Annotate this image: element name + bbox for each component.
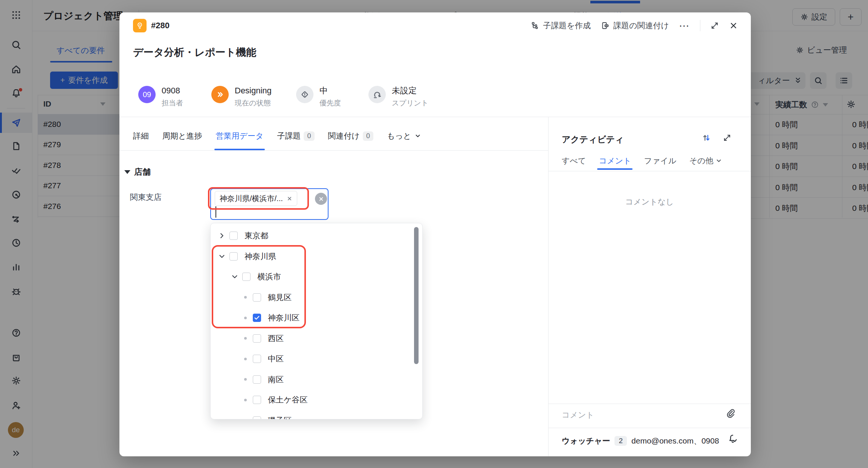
- priority-field[interactable]: 中 優先度: [296, 86, 341, 108]
- location-tree-dropdown: 東京都神奈川県横浜市鶴見区神奈川区西区中区南区保土ケ谷区磯子区: [210, 223, 423, 419]
- checkbox-横浜市[interactable]: [242, 273, 251, 281]
- activity-tab-label: ファイル: [644, 155, 676, 166]
- paperclip-icon: [725, 408, 736, 418]
- activity-tab-その他[interactable]: その他: [689, 154, 722, 168]
- comment-input[interactable]: コメント: [562, 410, 594, 420]
- issue-tab-label: 関連付け: [328, 131, 360, 141]
- section-store[interactable]: 店舗: [124, 166, 151, 178]
- checkbox-保土ケ谷区[interactable]: [253, 396, 261, 404]
- checkbox-南区[interactable]: [253, 375, 261, 384]
- assignee-label: 担当者: [162, 98, 183, 108]
- chevron-down-icon[interactable]: [217, 252, 226, 261]
- tree-item-label: 神奈川区: [268, 313, 300, 323]
- leaf-bullet-icon: [244, 337, 247, 340]
- section-divider: [119, 117, 751, 117]
- watch-toggle-button[interactable]: [727, 433, 738, 444]
- sprint-icon: [368, 86, 386, 103]
- app-screen: de プロジェクト管理 プロジェクト ・ 「test」のコピー 概要ガントスプリ…: [0, 0, 868, 468]
- assignee-value: 0908: [162, 86, 183, 96]
- tree-item-東京都[interactable]: 東京都: [211, 226, 422, 246]
- checkbox-中区[interactable]: [253, 355, 261, 363]
- active-tab-underline: [597, 168, 633, 170]
- watchers-top-border: [548, 428, 751, 428]
- chevron-down-icon[interactable]: [230, 272, 239, 281]
- issue-tab-子課題[interactable]: 子課題0: [277, 128, 314, 144]
- tree-item-磯子区[interactable]: 磯子区: [211, 410, 422, 420]
- selected-location-tag[interactable]: 神奈川県/横浜市/...: [215, 191, 297, 206]
- priority-icon: [296, 86, 313, 103]
- checkbox-神奈川区[interactable]: [253, 314, 261, 322]
- leaf-bullet-icon: [244, 296, 247, 299]
- attach-file-button[interactable]: [725, 408, 736, 418]
- issue-tab-label: 営業用データ: [216, 131, 264, 141]
- assignee-field[interactable]: 09 0908 担当者: [138, 86, 183, 108]
- chevron-down-icon: [715, 157, 722, 164]
- subtask-tree-icon: [530, 21, 539, 30]
- create-subtask-button[interactable]: 子課題を作成: [530, 20, 591, 31]
- create-subtask-label: 子課題を作成: [543, 20, 591, 31]
- checkbox-神奈川県[interactable]: [229, 252, 238, 261]
- checkbox-東京都[interactable]: [229, 232, 238, 240]
- issue-id: #280: [151, 21, 170, 30]
- remove-tag-icon[interactable]: [287, 196, 292, 201]
- sprint-field[interactable]: 未設定 スプリント: [368, 86, 428, 108]
- tree-item-南区[interactable]: 南区: [211, 369, 422, 390]
- tree-item-横浜市[interactable]: 横浜市: [211, 267, 422, 287]
- tree-item-label: 鶴見区: [268, 292, 292, 303]
- chevron-right-icon[interactable]: [217, 231, 226, 240]
- leaf-bullet-icon: [244, 317, 247, 319]
- expand-modal-icon[interactable]: [710, 21, 719, 30]
- issue-tab-label: 周期と進捗: [162, 131, 202, 141]
- selected-location-tag-label: 神奈川県/横浜市/...: [220, 194, 283, 204]
- expand-activity-icon[interactable]: [723, 133, 732, 142]
- checkbox-鶴見区[interactable]: [253, 293, 261, 302]
- requirement-type-icon: [133, 19, 147, 32]
- activity-tab-コメント[interactable]: コメント: [599, 154, 631, 168]
- status-value: Designing: [235, 86, 272, 96]
- sort-order-icon[interactable]: [701, 133, 711, 143]
- tree-item-label: 南区: [268, 374, 284, 385]
- sprint-value: 未設定: [392, 86, 428, 96]
- tree-item-label: 神奈川県: [245, 251, 276, 262]
- status-icon: [211, 86, 229, 103]
- issue-tab-もっと[interactable]: もっと: [387, 128, 421, 144]
- issue-tab-営業用データ[interactable]: 営業用データ: [216, 128, 264, 144]
- tree-item-label: 東京都: [245, 230, 268, 241]
- leaf-bullet-icon: [244, 358, 247, 360]
- checkbox-磯子区[interactable]: [253, 416, 261, 419]
- issue-tab-label: もっと: [387, 131, 411, 141]
- text-cursor: [215, 206, 216, 218]
- watchers-names[interactable]: demo@ones.com、0908: [631, 436, 719, 446]
- tree-item-label: 磯子区: [268, 415, 292, 419]
- tree-item-label: 西区: [268, 333, 284, 344]
- issue-detail-modal: #280 子課題を作成 課題の関連付け ⋯ データ分析・レポート機能 09: [119, 12, 751, 456]
- bell-check-icon: [727, 433, 738, 444]
- activity-tab-すべて[interactable]: すべて: [562, 154, 586, 168]
- clear-field-button[interactable]: [315, 193, 327, 205]
- tree-item-神奈川県[interactable]: 神奈川県: [211, 246, 422, 267]
- issue-tab-周期と進捗[interactable]: 周期と進捗: [162, 128, 202, 144]
- tree-item-label: 横浜市: [257, 271, 281, 282]
- leaf-bullet-icon: [244, 419, 247, 419]
- tree-item-中区[interactable]: 中区: [211, 349, 422, 369]
- activity-tabs: すべてコメントファイルその他: [562, 154, 722, 168]
- tree-item-保土ケ谷区[interactable]: 保土ケ谷区: [211, 390, 422, 410]
- link-issue-button[interactable]: 課題の関連付け: [601, 20, 669, 31]
- link-issue-label: 課題の関連付け: [613, 20, 669, 31]
- close-modal-icon[interactable]: [729, 21, 738, 30]
- issue-title[interactable]: データ分析・レポート機能: [133, 46, 256, 59]
- more-actions-button[interactable]: ⋯: [679, 20, 690, 32]
- issue-tab-詳細[interactable]: 詳細: [133, 128, 149, 144]
- activity-tab-ファイル[interactable]: ファイル: [644, 154, 676, 168]
- issue-tab-関連付け[interactable]: 関連付け0: [328, 128, 374, 144]
- status-label: 現在の状態: [235, 98, 272, 108]
- status-field[interactable]: Designing 現在の状態: [211, 86, 272, 108]
- tab-count-badge: 0: [363, 131, 373, 141]
- section-store-title: 店舗: [134, 166, 151, 178]
- tabs-bottom-border: [119, 150, 548, 151]
- dropdown-scrollbar[interactable]: [414, 227, 419, 364]
- tree-item-西区[interactable]: 西区: [211, 328, 422, 349]
- tree-item-鶴見区[interactable]: 鶴見区: [211, 287, 422, 308]
- checkbox-西区[interactable]: [253, 334, 261, 343]
- tree-item-神奈川区[interactable]: 神奈川区: [211, 308, 422, 328]
